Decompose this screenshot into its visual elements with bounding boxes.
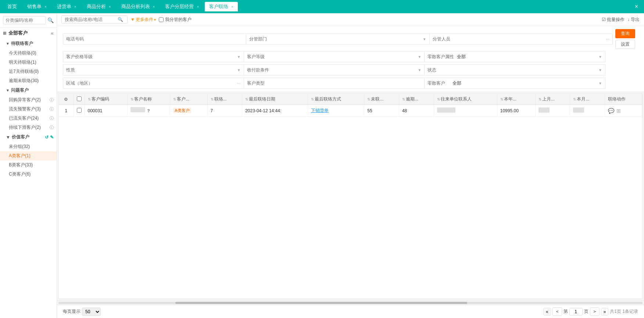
dept-dropdown-arrow[interactable]: ▼ — [423, 37, 426, 41]
main-search-icon[interactable]: 🔍 — [118, 17, 123, 22]
sort-icon-contact[interactable]: ⇅ — [211, 97, 214, 101]
sidebar-item-tomorrow[interactable]: 明天待联络(1) — [0, 58, 57, 67]
payment-arrow[interactable]: ▼ — [418, 68, 421, 72]
settings-icon[interactable]: ⚙ — [64, 97, 68, 102]
col-header-last-month: ⇅上月... — [535, 94, 570, 105]
col-header-actions: 联络动作 — [605, 94, 642, 105]
sidebar-search-icon[interactable]: 🔍 — [47, 17, 54, 23]
sort-icon-company[interactable]: ⇅ — [437, 97, 440, 101]
person-more-btn[interactable]: ··· — [606, 36, 609, 42]
my-customer-checkbox[interactable] — [159, 17, 164, 22]
sidebar-item-c-class[interactable]: C类客户(6) — [0, 170, 57, 179]
sort-icon-last-month[interactable]: ⇅ — [539, 97, 541, 101]
tab-purchase[interactable]: 进货单 × — [53, 2, 81, 11]
close-all-button[interactable]: × — [632, 2, 641, 11]
refresh-icon[interactable]: ↺ — [45, 135, 49, 140]
batch-ops-btn[interactable]: ☑ 批量操作 — [602, 17, 625, 23]
sort-icon-year[interactable]: ⇅ — [500, 97, 503, 101]
problem-customers-header[interactable]: ▼ 问题客户 — [0, 85, 57, 95]
message-action-icon[interactable]: 💬 — [608, 108, 614, 114]
last-contact-method-link[interactable]: 下销货单 — [311, 108, 329, 113]
retail-attr-arrow[interactable]: ▼ — [598, 55, 602, 59]
phone-input[interactable] — [91, 36, 243, 42]
sidebar-item-churned[interactable]: 已流失客户(24) ⓘ — [0, 114, 57, 123]
dept-label: 分管部门 — [249, 36, 271, 42]
masked-company-contact — [437, 107, 455, 113]
scroll-track — [58, 302, 643, 304]
row-checkbox[interactable] — [77, 108, 82, 113]
close-product-analysis-list-tab[interactable]: × — [153, 5, 155, 9]
sidebar-item-today[interactable]: 今天待联络(0) — [0, 49, 57, 58]
sidebar-item-declining[interactable]: 持续下滑客户(2) ⓘ — [0, 123, 57, 132]
sort-icon-level[interactable]: ⇅ — [173, 97, 176, 101]
sort-icon-method[interactable]: ⇅ — [311, 97, 314, 101]
sidebar-search-input[interactable] — [3, 16, 46, 24]
sidebar-item-a-class[interactable]: A类客户(1) — [0, 151, 57, 160]
sidebar-item-churn-warning[interactable]: 流失预警客户(3) ⓘ — [0, 105, 57, 114]
close-customer-contact-tab[interactable]: × — [231, 5, 233, 9]
sidebar-item-ungrouped[interactable]: 未分组(32) — [0, 142, 57, 151]
customer-level-arrow[interactable]: ▼ — [418, 55, 421, 59]
sort-icon-date[interactable]: ⇅ — [245, 97, 248, 101]
help-icon-3[interactable]: ⓘ — [50, 116, 54, 121]
sort-icon-code[interactable]: ⇅ — [88, 97, 91, 101]
value-customers-header[interactable]: ▼ 价值客户 ↺ ✎ — [0, 132, 57, 142]
close-customer-tier-tab[interactable]: × — [197, 5, 199, 9]
sort-icon-uncontacted[interactable]: ⇅ — [367, 97, 370, 101]
tab-product-analysis-list[interactable]: 商品分析列表 × — [117, 2, 160, 11]
close-purchase-tab[interactable]: × — [74, 5, 76, 9]
tab-customer-contact[interactable]: 客户联络 × — [205, 2, 238, 11]
filter-icon: ▼ — [130, 17, 135, 22]
my-customer-checkbox-label[interactable]: 我分管的客户 — [159, 17, 192, 23]
col-header-contact-count: ⇅联络... — [207, 94, 242, 105]
filter-retail-attr: 零散客户属性 全部 ▼ — [424, 51, 605, 62]
tab-sales[interactable]: 销售单 × — [23, 2, 51, 11]
help-icon-1[interactable]: ⓘ — [50, 97, 54, 103]
page-navigation: « ＜ 第 页 ＞ » 共1页 1条记录 — [543, 307, 638, 316]
help-icon-2[interactable]: ⓘ — [50, 106, 54, 112]
edit-icon[interactable]: ✎ — [50, 135, 54, 140]
sidebar-item-b-class[interactable]: B类客户(33) — [0, 160, 57, 170]
page-number-input[interactable] — [569, 308, 583, 315]
export-btn[interactable]: ↓ 导出 — [627, 17, 640, 23]
horizontal-scrollbar[interactable] — [57, 300, 644, 305]
page-label: 第 — [564, 308, 568, 315]
filter-retail-customer: 零散客户 全部 ▼ — [424, 78, 605, 89]
customer-type-input[interactable] — [272, 81, 422, 86]
sidebar-item-7days[interactable]: 近7天待联络(0) — [0, 67, 57, 76]
last-page-btn[interactable]: » — [601, 308, 609, 315]
main-search-input[interactable] — [65, 17, 116, 22]
pending-contact-header[interactable]: ▼ 待联络客户 — [0, 39, 57, 49]
sort-icon-overdue[interactable]: ⇅ — [402, 97, 405, 101]
tab-product-analysis[interactable]: 商品分析 × — [82, 2, 115, 11]
region-more-btn[interactable]: ··· — [237, 81, 241, 86]
all-customers-header[interactable]: ⊞ 全部客户 « — [0, 28, 57, 39]
qr-action-icon[interactable]: ⊞ — [616, 108, 621, 114]
help-icon-4[interactable]: ⓘ — [50, 125, 54, 130]
first-page-btn[interactable]: « — [543, 308, 551, 315]
sidebar-item-overdue[interactable]: 逾期未联络(30) — [0, 76, 57, 85]
tab-customer-tier[interactable]: 客户分层经营 × — [161, 2, 203, 11]
person-label: 分管人员 — [433, 36, 455, 42]
per-page-select[interactable]: 50 20 100 — [82, 308, 101, 316]
more-filter-btn[interactable]: ▼ 更多条件 ▾ — [130, 17, 156, 23]
query-button[interactable]: 查询 — [615, 29, 635, 38]
status-arrow[interactable]: ▼ — [598, 68, 602, 72]
next-page-btn[interactable]: ＞ — [590, 307, 600, 316]
sidebar: 🔍 ⊞ 全部客户 « ▼ 待联络客户 今天待联络(0) 明天待联络(1) 近7天… — [0, 13, 57, 318]
phone-value — [91, 36, 243, 42]
collapse-sidebar-btn[interactable]: « — [51, 30, 54, 36]
nature-arrow[interactable]: ▼ — [237, 68, 241, 72]
close-product-analysis-tab[interactable]: × — [109, 5, 111, 9]
retail-customer-arrow[interactable]: ▼ — [598, 81, 602, 85]
prev-page-btn[interactable]: ＜ — [552, 307, 562, 316]
select-all-checkbox[interactable] — [77, 96, 82, 101]
sort-icon-this-month[interactable]: ⇅ — [573, 97, 576, 101]
sort-icon-name[interactable]: ⇅ — [130, 97, 133, 101]
close-sales-tab[interactable]: × — [44, 5, 47, 9]
row-checkbox-cell — [74, 105, 85, 117]
sidebar-item-abnormal[interactable]: 回购异常客户(2) ⓘ — [0, 95, 57, 105]
setting-button[interactable]: 设置 — [615, 40, 635, 49]
home-tab[interactable]: 首页 — [3, 2, 21, 11]
price-level-arrow[interactable]: ▼ — [237, 55, 241, 59]
